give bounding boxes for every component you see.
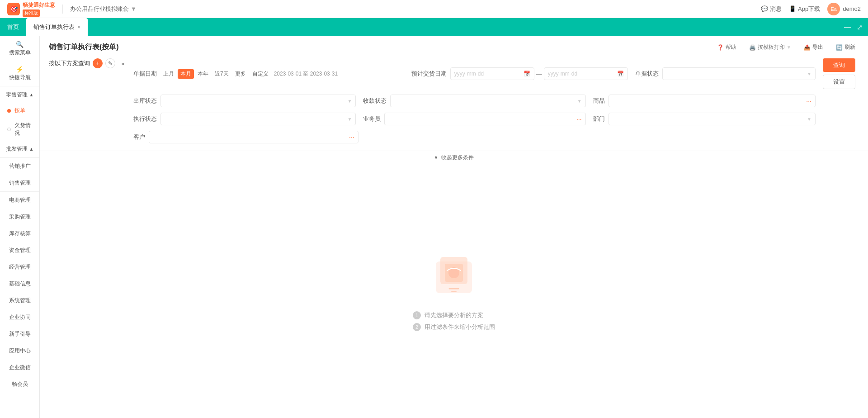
filter-row-3: 执行状态 ▼ 业务员 ··· bbox=[133, 113, 859, 125]
empty-state: 1 请先选择要分析的方案 2 用过滤条件来缩小分析范围 bbox=[40, 164, 868, 418]
print-button[interactable]: 🖨️ 按模板打印 ▼ bbox=[745, 42, 795, 53]
salesperson-field: 业务员 ··· bbox=[363, 113, 585, 125]
scheme-header: 按以下方案查询 + ✎ « bbox=[49, 58, 128, 68]
collapse-more-bar[interactable]: ∧ 收起更多条件 bbox=[40, 151, 868, 164]
sidebar-quick-nav[interactable]: ⚡ 快捷导航 bbox=[0, 61, 39, 86]
user-menu[interactable]: Ea demo2 bbox=[827, 3, 861, 15]
help-icon: ❓ bbox=[717, 44, 724, 51]
sidebar-item-purchase[interactable]: 采购管理 bbox=[0, 209, 39, 225]
goods-input[interactable]: ··· bbox=[609, 95, 816, 107]
logo-icon: 🎯 bbox=[7, 3, 20, 15]
sidebar-item-newbie[interactable]: 新手引导 bbox=[0, 326, 39, 342]
date-tab-prev-month[interactable]: 上月 bbox=[160, 69, 177, 79]
status-dropdown-arrow: ▼ bbox=[807, 71, 811, 76]
app-download-button[interactable]: 📱 App下载 bbox=[789, 5, 820, 13]
top-bar: 🎯 畅捷通好生意 标准版 办公用品行业模拟账套 ▼ 💬 消息 📱 App下载 E… bbox=[0, 0, 868, 18]
logo-area: 🎯 畅捷通好生意 标准版 bbox=[7, 1, 55, 17]
date-tab-custom[interactable]: 自定义 bbox=[250, 69, 271, 79]
help-button[interactable]: ❓ 帮助 bbox=[713, 42, 740, 53]
window-title: 办公用品行业模拟账套 ▼ bbox=[70, 5, 137, 13]
collection-status-dropdown[interactable]: ▼ bbox=[390, 95, 585, 107]
exec-status-dropdown[interactable]: ▼ bbox=[160, 113, 356, 125]
message-button[interactable]: 💬 消息 bbox=[761, 5, 782, 13]
calendar-icon-1: 📅 bbox=[524, 71, 530, 77]
empty-illustration bbox=[427, 248, 481, 302]
empty-step-2: 2 用过滤条件来缩小分析范围 bbox=[413, 323, 495, 331]
tab-home[interactable]: 首页 bbox=[0, 18, 26, 36]
sidebar-item-marketing[interactable]: 营销推广 bbox=[0, 158, 39, 175]
query-button[interactable]: 查询 bbox=[823, 58, 855, 72]
date-tab-more[interactable]: 更多 bbox=[232, 69, 249, 79]
dept-dropdown[interactable]: ▼ bbox=[609, 113, 816, 125]
setting-button[interactable]: 设置 bbox=[823, 75, 855, 89]
sidebar-item-operations[interactable]: 经营管理 bbox=[0, 259, 39, 276]
export-icon: 📤 bbox=[804, 44, 811, 51]
date-field: 单据日期 上月 本月 本年 近7天 更多 自定义 2023-03-01 至 20… bbox=[133, 69, 404, 79]
top-bar-right: 💬 消息 📱 App下载 Ea demo2 bbox=[761, 3, 861, 15]
tab-sales-order[interactable]: 销售订单执行表 × bbox=[26, 18, 88, 36]
window-controls: — ⤢ bbox=[844, 23, 868, 32]
out-status-field: 出库状态 ▼ bbox=[133, 95, 356, 107]
salesperson-more-button[interactable]: ··· bbox=[576, 115, 582, 123]
export-button[interactable]: 📤 导出 bbox=[800, 42, 827, 53]
refresh-button[interactable]: 🔄 刷新 bbox=[832, 42, 859, 53]
sidebar-sub-credit[interactable]: 欠货情况 bbox=[0, 118, 39, 141]
sidebar-item-inventory[interactable]: 库存核算 bbox=[0, 225, 39, 242]
date-tab-7days[interactable]: 近7天 bbox=[212, 69, 231, 79]
sidebar-item-sales[interactable]: 销售管理 bbox=[0, 175, 39, 191]
sidebar-item-wechat[interactable]: 企业微信 bbox=[0, 359, 39, 376]
exec-status-field: 执行状态 ▼ bbox=[133, 113, 356, 125]
minimize-button[interactable]: — bbox=[844, 23, 851, 31]
collapse-scheme-button[interactable]: « bbox=[118, 58, 128, 68]
sidebar-item-system[interactable]: 系统管理 bbox=[0, 292, 39, 309]
sidebar-item-retail[interactable]: 零售管理 ▲ bbox=[0, 86, 39, 103]
maximize-button[interactable]: ⤢ bbox=[857, 23, 863, 32]
sidebar-search[interactable]: 🔍 搜索菜单 bbox=[0, 36, 39, 61]
page-actions: ❓ 帮助 🖨️ 按模板打印 ▼ 📤 导出 🔄 刷新 bbox=[713, 42, 859, 53]
sidebar-item-wholesale[interactable]: 批发管理 ▲ bbox=[0, 141, 39, 157]
tab-close-button[interactable]: × bbox=[77, 24, 80, 30]
print-dropdown-icon[interactable]: ▼ bbox=[787, 45, 791, 50]
filter-row-2: 出库状态 ▼ 收款状态 ▼ bbox=[133, 95, 859, 107]
sidebar-item-basic[interactable]: 基础信息 bbox=[0, 276, 39, 292]
doc-status-dropdown[interactable]: ▼ bbox=[662, 67, 816, 80]
expected-date-label: 预计交货日期 bbox=[411, 70, 447, 78]
message-icon: 💬 bbox=[761, 5, 768, 12]
edit-scheme-button[interactable]: ✎ bbox=[105, 58, 115, 68]
nav-tabs: 首页 销售订单执行表 × — ⤢ bbox=[0, 18, 868, 36]
print-icon: 🖨️ bbox=[749, 44, 756, 51]
goods-more-button[interactable]: ··· bbox=[806, 97, 811, 104]
filter-panel: 按以下方案查询 + ✎ « 单据日期 上月 bbox=[40, 53, 868, 151]
expected-date-end[interactable]: yyyy-mm-dd 📅 bbox=[544, 67, 628, 80]
sidebar-item-appstore[interactable]: 应用中心 bbox=[0, 342, 39, 359]
collection-status-field: 收款状态 ▼ bbox=[363, 95, 585, 107]
sidebar-item-ecommerce[interactable]: 电商管理 bbox=[0, 192, 39, 209]
main-layout: 🔍 搜索菜单 ⚡ 快捷导航 零售管理 ▲ 按单 欠货情况 批发管理 ▲ 营 bbox=[0, 36, 868, 418]
expected-date-range: yyyy-mm-dd 📅 — yyyy-mm-dd 📅 bbox=[450, 67, 628, 80]
sidebar-sub-order[interactable]: 按单 bbox=[0, 103, 39, 118]
out-status-dropdown[interactable]: ▼ bbox=[160, 95, 356, 107]
salesperson-input[interactable]: ··· bbox=[384, 113, 585, 125]
salesperson-label: 业务员 bbox=[363, 115, 381, 123]
add-scheme-button[interactable]: + bbox=[93, 58, 103, 68]
chevron-up-icon-2: ▲ bbox=[29, 147, 34, 152]
date-tabs-container: 上月 本月 本年 近7天 更多 自定义 2023-03-01 至 2023-03… bbox=[160, 69, 404, 79]
customer-input[interactable]: ··· bbox=[149, 131, 359, 143]
expected-date-start[interactable]: yyyy-mm-dd 📅 bbox=[450, 67, 534, 80]
customer-more-button[interactable]: ··· bbox=[349, 133, 354, 141]
dropdown-icon[interactable]: ▼ bbox=[131, 5, 137, 12]
sidebar-item-finance[interactable]: 资金管理 bbox=[0, 242, 39, 259]
logo-text: 畅捷通好生意 标准版 bbox=[23, 1, 55, 17]
out-status-arrow: ▼ bbox=[347, 99, 352, 104]
page-title: 销售订单执行表(按单) bbox=[49, 43, 119, 52]
filter-fields-section: 单据日期 上月 本月 本年 近7天 更多 自定义 2023-03-01 至 20… bbox=[133, 58, 859, 145]
sidebar-item-vip[interactable]: 畅会员 bbox=[0, 376, 39, 393]
date-tab-current-month[interactable]: 本月 bbox=[178, 69, 194, 79]
refresh-icon: 🔄 bbox=[836, 44, 843, 51]
expected-date-field: 预计交货日期 yyyy-mm-dd 📅 — yyyy-mm-dd 📅 bbox=[411, 67, 628, 80]
collapse-more-icon: ∧ bbox=[434, 154, 438, 161]
active-dot bbox=[7, 109, 11, 113]
filter-row-4: 客户 ··· bbox=[133, 131, 859, 143]
sidebar-item-enterprise[interactable]: 企业协同 bbox=[0, 309, 39, 326]
date-tab-current-year[interactable]: 本年 bbox=[195, 69, 211, 79]
